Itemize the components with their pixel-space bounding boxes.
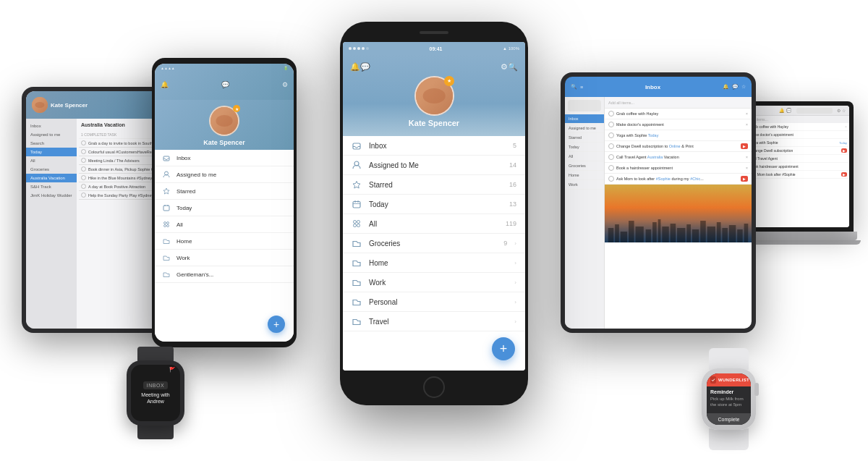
tablet-nav-assigned[interactable]: Assigned to me	[26, 130, 77, 139]
ipad-add-bar[interactable]: Add all items...	[605, 97, 752, 109]
home-label: Home	[176, 238, 286, 245]
android-status-bar: ▲▲▲▲ 🔋	[155, 66, 294, 70]
all-icon	[162, 220, 171, 229]
ipad-bell-icon[interactable]: 🔔	[723, 84, 729, 90]
ipad-nav-assigned[interactable]: Assigned to me	[565, 124, 604, 133]
task-checkbox[interactable]	[608, 176, 614, 182]
task-checkbox[interactable]	[608, 111, 614, 117]
tablet-nav-today[interactable]: Today	[26, 148, 77, 156]
settings-icon[interactable]: ⚙	[282, 81, 288, 88]
home-button[interactable]	[423, 376, 445, 398]
tablet-nav-all[interactable]: All	[26, 156, 77, 165]
task-checkbox[interactable]	[608, 165, 614, 171]
task-checkbox[interactable]	[81, 193, 86, 198]
task-text: Make doctor's appointment	[750, 132, 847, 137]
search-icon[interactable]: 🔍	[571, 84, 577, 90]
android-menu-all[interactable]: All	[155, 216, 294, 233]
task-checkbox[interactable]	[81, 140, 86, 145]
task-checkbox[interactable]	[608, 154, 614, 160]
iphone-menu-travel[interactable]: Travel ›	[343, 312, 525, 331]
laptop-search-bar[interactable]	[796, 108, 833, 114]
bell-icon[interactable]: 🔔	[350, 62, 360, 72]
ipad-nav-today[interactable]: Today	[565, 143, 604, 152]
personal-label: Personal	[369, 298, 507, 306]
task-badge: ▶	[841, 172, 847, 177]
iphone-menu-today[interactable]: Today 13	[343, 195, 525, 214]
ipad-nav-groceries[interactable]: Groceries	[565, 161, 604, 171]
all-count: 119	[506, 220, 516, 227]
iphone-fab-button[interactable]: +	[492, 337, 515, 360]
bell-icon[interactable]: 🔔	[161, 81, 169, 88]
chevron-right-icon: ›	[514, 260, 516, 266]
iphone-menu-groceries[interactable]: Groceries 9 ›	[343, 234, 525, 253]
tablet-nav-search[interactable]: Search	[26, 139, 77, 148]
tablet-nav-inbox2[interactable]: JimK Holiday Wudder	[26, 191, 77, 200]
task-checkbox[interactable]	[608, 143, 614, 149]
ipad-nav-starred[interactable]: Starred	[565, 133, 604, 143]
ipad-star-icon[interactable]: ☆	[741, 84, 746, 90]
work-label: Work	[369, 279, 507, 287]
task-checkbox[interactable]	[608, 132, 614, 138]
tablet-nav-australia[interactable]: Australia Vacation	[26, 174, 77, 182]
svg-point-6	[164, 222, 166, 224]
gold-badge: ★	[444, 76, 454, 86]
chat-icon[interactable]: 💬	[360, 62, 370, 72]
laptop-main: Add all items... Grab coffee with Hayley…	[742, 116, 849, 227]
chat-icon[interactable]: 💬	[221, 81, 229, 88]
android-menu-today[interactable]: Today	[155, 200, 294, 216]
android-menu-work[interactable]: Work	[155, 250, 294, 266]
laptop-bell-icon[interactable]: 🔔	[779, 108, 784, 113]
laptop-chat-icon[interactable]: 💬	[786, 108, 791, 113]
iphone-menu-work[interactable]: Work ›	[343, 273, 525, 292]
chevron-right-icon: ›	[514, 279, 516, 286]
ipad-search-bar[interactable]	[568, 100, 601, 111]
iphone-menu-personal[interactable]: Personal ›	[343, 292, 525, 312]
ipad-chat-icon[interactable]: 💬	[732, 84, 739, 90]
ipad-nav-home[interactable]: Home	[565, 171, 604, 180]
android-menu-assigned[interactable]: Assigned to me	[155, 166, 294, 183]
tablet-nav-home[interactable]: Groceries	[26, 165, 77, 174]
task-checkbox[interactable]	[81, 184, 86, 189]
ipad-nav-inbox[interactable]: Inbox	[565, 114, 604, 124]
menu-icon[interactable]: ≡	[580, 85, 583, 90]
ipad-task-row: Book a hairdresser appointment ×	[605, 163, 752, 174]
android-menu-inbox[interactable]: Inbox	[155, 150, 294, 166]
iphone-menu-home[interactable]: Home ›	[343, 253, 525, 273]
settings-icon[interactable]: ⚙	[501, 62, 508, 72]
ipad-nav-work[interactable]: Work	[565, 180, 604, 190]
ipad-nav-all[interactable]: All	[565, 152, 604, 161]
laptop-star-icon[interactable]: ☆	[842, 108, 846, 113]
task-checkbox[interactable]	[81, 149, 86, 154]
android-menu-home[interactable]: Home	[155, 233, 294, 250]
iphone-menu-assigned[interactable]: Assigned to Me 14	[343, 156, 525, 175]
today-icon	[162, 203, 171, 212]
ipad-right-content: Add all items... Grab coffee with Hayley…	[605, 97, 752, 329]
task-checkbox[interactable]	[81, 175, 86, 180]
signal-dots	[349, 47, 369, 50]
iphone-menu-all[interactable]: All 119	[343, 214, 525, 234]
complete-button[interactable]: Complete	[707, 413, 751, 425]
laptop-settings-icon[interactable]: ⚙	[837, 108, 841, 113]
android-menu-gentleman[interactable]: Gentleman's...	[155, 266, 294, 283]
inbox-icon	[352, 141, 362, 150]
ipad-photo-city	[605, 185, 752, 242]
iphone-menu-starred[interactable]: Starred 16	[343, 175, 525, 195]
task-checkbox[interactable]	[81, 166, 86, 172]
task-text: Yoga with Sophie Today	[616, 133, 748, 138]
android-username: Kate Spencer	[203, 139, 245, 146]
battery-icon: 🔋	[284, 66, 288, 70]
android-header: ▲▲▲▲ 🔋 🔔 💬 ⚙	[155, 64, 294, 100]
task-checkbox[interactable]	[608, 122, 614, 127]
folder-travel-icon	[352, 317, 362, 326]
task-badge: ▶	[841, 148, 847, 153]
task-checkbox[interactable]	[81, 158, 86, 163]
laptop-task-row: Grab coffee with Hayley ×	[742, 123, 849, 131]
tablet-nav-inbox[interactable]: Inbox	[26, 122, 77, 130]
iphone-menu-inbox[interactable]: Inbox 5	[343, 136, 525, 156]
ipad-device: 🔍 ≡ Inbox 🔔 💬 ☆ Inbox Assigned to me Sta…	[561, 72, 756, 333]
fab-button[interactable]: +	[268, 316, 285, 333]
digital-crown[interactable]	[754, 383, 759, 396]
tablet-nav-work[interactable]: S&H Track	[26, 182, 77, 191]
search-icon[interactable]: 🔍	[508, 62, 518, 72]
android-menu-starred[interactable]: Starred	[155, 183, 294, 200]
